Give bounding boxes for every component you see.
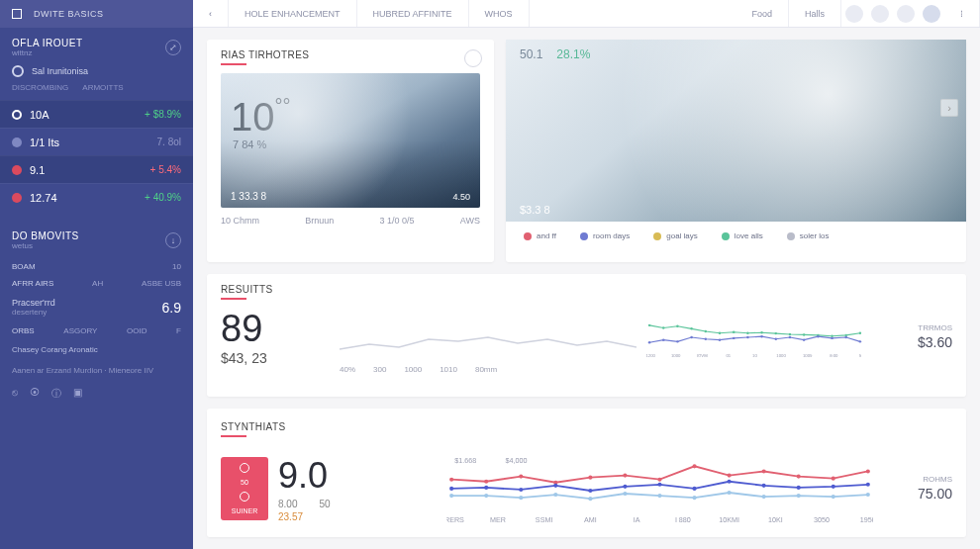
svg-point-69 xyxy=(519,496,523,500)
metric-delta: 7. 8ol xyxy=(157,137,181,147)
svg-point-60 xyxy=(657,483,661,487)
legend-item[interactable]: soler los xyxy=(787,231,830,240)
title-underline xyxy=(221,435,246,437)
metric-value: 10A xyxy=(30,109,49,121)
bell-icon[interactable] xyxy=(897,5,915,23)
footer-icon[interactable]: ▣ xyxy=(73,387,82,401)
footer-icon[interactable]: ⓘ xyxy=(51,387,61,401)
chevron-right-icon[interactable]: › xyxy=(940,99,958,117)
brand-glyph-icon xyxy=(12,9,22,19)
panel-b-note1: Chasey Corang Aronatic xyxy=(0,339,193,360)
panel-a-tab[interactable]: ARMOITTS xyxy=(82,83,123,92)
panel-a-title: OFLA IROUET xyxy=(12,38,83,48)
svg-point-67 xyxy=(449,494,453,498)
more-icon[interactable]: ⁞ xyxy=(944,0,980,27)
svg-point-50 xyxy=(762,469,766,473)
metric-value: 12.74 xyxy=(30,192,57,204)
radio-label: Sal Irunitonisa xyxy=(32,66,88,76)
footer-icon[interactable]: ⎋ xyxy=(12,387,18,401)
metric-icon xyxy=(12,137,22,147)
card-c-title: RESUITTS xyxy=(221,284,952,295)
svg-text:10KI: 10KI xyxy=(768,516,783,524)
pill-icon xyxy=(240,492,249,502)
metric-value: 1/1 Its xyxy=(30,137,59,148)
topbar: ‹ HOLE ENHANCEMENT HUBRED AFFINITE WHOS … xyxy=(193,0,980,28)
svg-text:10KMI: 10KMI xyxy=(719,516,739,524)
metric-row[interactable]: 9.1+ 5.4% xyxy=(0,155,193,183)
svg-text:ORERS: ORERS xyxy=(446,516,464,524)
legend-item[interactable]: goal lays xyxy=(653,231,698,240)
title-underline xyxy=(221,63,246,65)
svg-text:1000: 1000 xyxy=(671,353,681,358)
legend-item[interactable]: room days xyxy=(580,231,630,240)
svg-text:3050: 3050 xyxy=(814,516,830,524)
card-results: RESUITTS 89 $43, 23 40%300 10001010 xyxy=(207,274,966,396)
back-button[interactable]: ‹ xyxy=(193,0,229,27)
svg-point-64 xyxy=(797,486,801,490)
chart-synth: ORERSMERSSMIAMIIAI 88010KMI10KI30501950$… xyxy=(446,453,873,524)
chat-icon[interactable] xyxy=(871,5,889,23)
svg-point-49 xyxy=(728,474,732,478)
svg-point-10 xyxy=(789,332,791,334)
panel-b-icons: ⎋ ⦿ ⓘ ▣ xyxy=(0,381,193,407)
svg-point-18 xyxy=(676,340,678,342)
down-icon[interactable]: ↓ xyxy=(165,232,181,248)
svg-point-43 xyxy=(519,475,523,479)
hero-br: 4.50 xyxy=(452,192,470,202)
brand-bar: DWITE BASICS xyxy=(0,0,193,28)
legend-item[interactable]: love alls xyxy=(722,231,763,240)
sparkline-small xyxy=(340,300,637,359)
topnav-right[interactable]: Halls xyxy=(789,0,841,27)
footer-icon[interactable]: ⦿ xyxy=(30,387,40,401)
card-d-mid: 9.0 8.00 50 23.57 xyxy=(278,455,437,522)
svg-point-14 xyxy=(845,333,847,335)
panel-a-tab[interactable]: DISCROMBING xyxy=(12,83,68,92)
svg-point-15 xyxy=(859,331,861,333)
svg-point-77 xyxy=(797,494,801,498)
panel-b-row2: AFRR AIRS AH ASBE USB xyxy=(0,275,193,292)
svg-point-59 xyxy=(623,485,627,489)
svg-point-20 xyxy=(705,337,707,339)
pill-selector[interactable]: 50 SUINER xyxy=(221,457,268,520)
metric-row[interactable]: 12.74+ 40.9% xyxy=(0,183,193,211)
svg-point-28 xyxy=(817,335,819,337)
radio-icon xyxy=(12,65,24,77)
svg-point-66 xyxy=(866,483,870,487)
svg-point-5 xyxy=(719,331,721,333)
legend-dot-icon xyxy=(787,232,795,240)
topnav-item[interactable]: WHOS xyxy=(469,0,530,27)
svg-point-51 xyxy=(797,475,801,479)
topnav-item[interactable]: HUBRED AFFINITE xyxy=(357,0,469,27)
svg-point-78 xyxy=(832,495,835,499)
card-d-right-val: 75.00 xyxy=(883,486,952,502)
legend-dot-icon xyxy=(580,232,588,240)
topnav-right[interactable]: Food xyxy=(735,0,789,27)
svg-point-79 xyxy=(866,493,870,497)
cloud-icon[interactable] xyxy=(923,5,940,23)
svg-text:1000: 1000 xyxy=(776,353,786,358)
svg-text:I 880: I 880 xyxy=(675,516,691,524)
panel-a-tabs: DISCROMBING ARMOITTS xyxy=(12,83,181,92)
panel-a-sub: wittnz xyxy=(12,48,83,57)
hero-bl: 1 33.3 8 xyxy=(231,191,266,202)
svg-text:1009: 1009 xyxy=(803,353,813,358)
metric-row[interactable]: 10A+ $8.9% xyxy=(0,100,193,128)
hero-big: 10°° xyxy=(231,95,291,139)
clock-icon[interactable] xyxy=(464,49,482,67)
metric-delta: + $8.9% xyxy=(145,109,181,120)
svg-point-22 xyxy=(733,336,735,338)
user-icon[interactable] xyxy=(845,5,863,23)
card-a-title: RIAS TIRHOTRES xyxy=(221,49,480,60)
panel-a-radio[interactable]: Sal Irunitonisa xyxy=(12,65,181,77)
expand-icon[interactable]: ⤢ xyxy=(165,40,181,55)
svg-point-17 xyxy=(662,338,664,340)
legend: and ffroom daysgoal layslove allssoler l… xyxy=(506,222,966,240)
card-synth: STYNTHIATS 50 SUINER 9.0 8.00 50 23.57 xyxy=(207,409,966,537)
svg-point-46 xyxy=(623,474,627,478)
topnav-item[interactable]: HOLE ENHANCEMENT xyxy=(229,0,357,27)
metric-row[interactable]: 1/1 Its7. 8ol xyxy=(0,128,193,155)
svg-point-58 xyxy=(588,489,592,493)
wide-image: 50.1 28.1% $3.3 8 › xyxy=(506,40,966,222)
panel-b-title: DO BMOVITS xyxy=(12,230,79,241)
legend-item[interactable]: and ff xyxy=(524,231,556,240)
